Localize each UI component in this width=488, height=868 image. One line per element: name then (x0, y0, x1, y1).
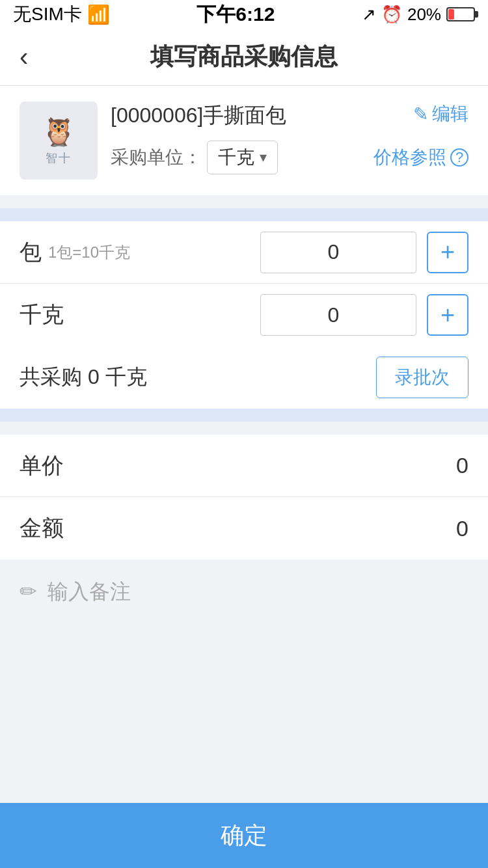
row-input-area-bao: + (130, 232, 468, 273)
note-icon: ✏ (20, 579, 37, 604)
summary-row: 共采购 0 千克 录批次 (0, 346, 488, 409)
row-label-kg: 千克 (20, 300, 64, 330)
battery-fill (448, 9, 454, 20)
status-left: 无SIM卡 📶 (13, 2, 110, 27)
note-section[interactable]: ✏ 输入备注 (0, 560, 488, 690)
product-header: [0000006]手撕面包 ✎ 编辑 (111, 102, 468, 130)
confirm-button[interactable]: 确定 (0, 803, 488, 868)
battery-text: 20% (407, 5, 441, 25)
product-card: 🦉 智十 [0000006]手撕面包 ✎ 编辑 采购单位： 千克 ▾ 价格参照 (0, 86, 488, 195)
unit-value: 千克 (218, 145, 254, 170)
row-input-area-kg: + (64, 294, 468, 336)
nav-bar: ‹ 填写商品采购信息 (0, 29, 488, 86)
info-label-price: 单价 (20, 451, 64, 481)
wifi-icon: 📶 (87, 4, 110, 25)
carrier-text: 无SIM卡 (13, 2, 82, 27)
status-bar: 无SIM卡 📶 下午6:12 ↗ ⏰ 20% (0, 0, 488, 29)
unit-select-arrow: ▾ (260, 149, 267, 166)
price-ref-icon: ? (450, 148, 468, 167)
battery-icon (446, 7, 475, 21)
quantity-input-kg[interactable] (260, 294, 416, 336)
plus-button-bao[interactable]: + (427, 232, 468, 273)
product-unit-row: 采购单位： 千克 ▾ 价格参照 ? (111, 141, 468, 174)
status-right: ↗ ⏰ 20% (362, 5, 475, 25)
info-value-amount: 0 (456, 516, 468, 541)
alarm-icon: ⏰ (381, 5, 402, 25)
summary-text: 共采购 0 千克 (20, 363, 147, 392)
plus-button-kg[interactable]: + (427, 294, 468, 336)
divider-top (0, 208, 488, 221)
record-batch-button[interactable]: 录批次 (376, 357, 468, 398)
product-brand: 智十 (46, 150, 72, 166)
price-ref-label: 价格参照 (373, 145, 446, 170)
input-row-bao: 包 1包=10千克 + (0, 221, 488, 284)
product-title: 手撕面包 (203, 103, 286, 127)
status-time: 下午6:12 (197, 1, 275, 28)
quantity-input-bao[interactable] (260, 232, 416, 273)
price-ref-button[interactable]: 价格参照 ? (373, 145, 468, 170)
info-row-amount: 金额 0 (0, 497, 488, 560)
info-row-price: 单价 0 (0, 435, 488, 497)
unit-select[interactable]: 千克 ▾ (207, 141, 278, 174)
location-icon: ↗ (362, 5, 376, 25)
product-id: [0000006] (111, 103, 203, 127)
product-owl-icon: 🦉 (42, 116, 75, 148)
info-value-price: 0 (456, 453, 468, 478)
info-section: 单价 0 金额 0 (0, 435, 488, 560)
note-placeholder: 输入备注 (47, 578, 131, 606)
edit-button[interactable]: ✎ 编辑 (413, 102, 468, 126)
input-row-kg: 千克 + (0, 284, 488, 346)
row-sublabel-bao: 1包=10千克 (48, 242, 130, 263)
input-section: 包 1包=10千克 + 千克 + (0, 221, 488, 346)
info-label-amount: 金额 (20, 513, 64, 543)
edit-icon: ✎ (413, 103, 428, 125)
unit-label: 采购单位： (111, 145, 202, 170)
bottom-spacer (0, 690, 488, 755)
divider-mid (0, 409, 488, 422)
page-title: 填写商品采购信息 (150, 41, 338, 73)
product-info: [0000006]手撕面包 ✎ 编辑 采购单位： 千克 ▾ 价格参照 ? (111, 102, 468, 174)
back-button[interactable]: ‹ (13, 36, 34, 78)
product-name: [0000006]手撕面包 (111, 102, 286, 130)
row-label-bao: 包 (20, 237, 42, 267)
product-image: 🦉 智十 (20, 102, 98, 180)
edit-label: 编辑 (432, 102, 468, 126)
